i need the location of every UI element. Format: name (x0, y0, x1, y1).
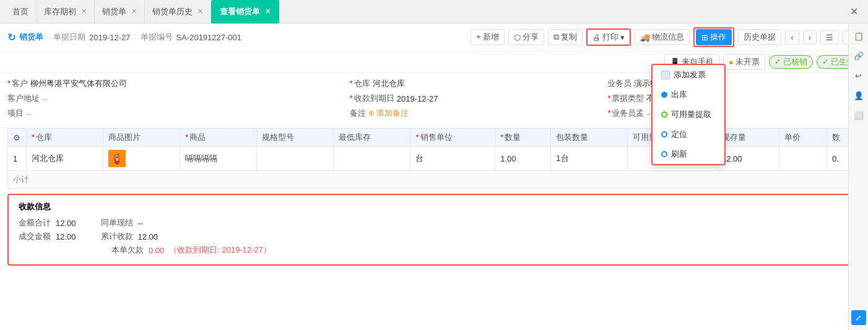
status-dot-icon: ● (729, 58, 734, 67)
note-label: 备注 (350, 108, 366, 119)
plus-icon: ⊕ (368, 108, 375, 118)
cumulative-label: 累计收款 (101, 231, 133, 242)
table-header-row: ⚙ 仓库 商品图片 商品 规格型号 最低库存 销售单位 数量 包装数量 可用量（… (8, 129, 861, 147)
share-label: 分享 (523, 32, 539, 43)
cell-stock: 12.00 (716, 147, 779, 171)
col-unit: 销售单位 (410, 129, 495, 147)
col-product-image: 商品图片 (103, 129, 180, 147)
doc-title: ↻ 销货单 (7, 32, 43, 43)
menu-refresh[interactable]: 刷新 (653, 144, 724, 164)
menu-qty-extract[interactable]: 可用量提取 (653, 105, 724, 124)
form-section: 客户 柳州粤港平安气体有限公司 仓库 河北仓库 业务员 演示账号 客户地址 --… (0, 73, 868, 128)
payment-info-panel: 收款信息 金额合计 12.00 同单现结 -- 成交金额 12.00 累计收款 … (7, 194, 861, 266)
settlement-value: -- (138, 219, 144, 228)
settlement-item: 同单现结 -- (101, 217, 144, 228)
salesman-field: 业务员孟 -- (607, 108, 861, 119)
nav-prev-button[interactable]: ‹ (785, 30, 799, 45)
menu-add-invoice[interactable]: 添加发票 (653, 65, 724, 85)
subtotal-row: 小计 (8, 171, 861, 189)
tab-home[interactable]: 首页 (5, 0, 37, 24)
customer-value[interactable]: 柳州粤港平安气体有限公司 (30, 78, 345, 89)
project-field: 项目 -- (7, 108, 345, 119)
qty-extract-label: 可用量提取 (671, 109, 711, 120)
subtotal-cell: 小计 (8, 171, 861, 189)
cell-price (779, 147, 827, 171)
tab-sales-history-close[interactable]: ✕ (197, 7, 203, 15)
due-note: （收款到期日: 2019-12-27） (169, 245, 271, 256)
form-row-1: 客户 柳州粤港平安气体有限公司 仓库 河北仓库 业务员 演示账号 (7, 78, 861, 89)
tab-view-sales-close[interactable]: ✕ (265, 7, 271, 15)
print-button[interactable]: 🖨 打印 ▾ (588, 30, 630, 45)
warehouse-value[interactable]: 河北仓库 (373, 78, 603, 89)
nav-next-button[interactable]: › (803, 30, 817, 45)
tab-inventory-init-close[interactable]: ✕ (81, 7, 87, 15)
operation-button[interactable]: ⊞ 操作 (696, 29, 732, 45)
share-button[interactable]: ⬡ 分享 (508, 29, 544, 45)
history-button[interactable]: 历史单据 (738, 29, 781, 45)
product-image: 🧯 (108, 150, 126, 167)
operation-icon: ⊞ (701, 33, 708, 42)
col-stock: 现存量 (716, 129, 779, 147)
settlement-label: 同单现结 (101, 217, 133, 228)
col-gear: ⚙ (8, 129, 27, 147)
sidebar-clipboard-icon[interactable]: 📋 (851, 28, 866, 43)
add-note-label: 添加备注 (376, 108, 409, 118)
cell-product-image: 🧯 (103, 147, 180, 171)
sidebar-expand-icon[interactable]: ⤢ (851, 310, 866, 325)
col-price: 单价 (779, 129, 827, 147)
right-sidebar: 📋 🔗 ↩ 👤 ⬜ ⤢ (848, 24, 868, 330)
cell-seq: 1 (8, 147, 27, 171)
employee-label: 业务员 (607, 78, 631, 89)
payment-info-title: 收款信息 (19, 201, 849, 212)
col-spec: 规格型号 (257, 129, 334, 147)
table-section: ⚙ 仓库 商品图片 商品 规格型号 最低库存 销售单位 数量 包装数量 可用量（… (0, 128, 868, 189)
tab-bar: 首页 库存期初 ✕ 销货单 ✕ 销货单历史 ✕ 查看销货单 ✕ ✕ (0, 0, 868, 24)
window-close-icon[interactable]: ✕ (845, 6, 863, 17)
tab-inventory-init-label: 库存期初 (44, 6, 76, 17)
tab-sales-order[interactable]: 销货单 ✕ (95, 0, 145, 24)
transaction-label: 成交金额 (19, 231, 51, 242)
cell-unit: 台 (410, 147, 495, 171)
tab-sales-history[interactable]: 销货单历史 ✕ (145, 0, 211, 24)
doc-header: ↻ 销货单 单据日期 2019-12-27 单据编号 SA-20191227-0… (0, 24, 868, 51)
copy-icon: ⧉ (553, 32, 559, 42)
tab-inventory-init[interactable]: 库存期初 ✕ (37, 0, 95, 24)
sidebar-link-icon[interactable]: 🔗 (851, 48, 866, 63)
employee-field: 业务员 演示账号 (607, 78, 861, 89)
main-content: ↻ 销货单 单据日期 2019-12-27 单据编号 SA-20191227-0… (0, 24, 868, 330)
print-chevron: ▾ (620, 33, 625, 42)
copy-button[interactable]: ⧉ 复制 (548, 29, 583, 45)
doc-date-meta: 单据日期 2019-12-27 (53, 32, 131, 43)
sidebar-return-icon[interactable]: ↩ (851, 68, 866, 83)
due-label: 本单欠款 (111, 245, 144, 256)
print-highlight-box: 🖨 打印 ▾ (586, 28, 631, 46)
cell-warehouse: 河北仓库 (27, 147, 103, 171)
copy-label: 复制 (561, 32, 577, 43)
tab-view-sales[interactable]: 查看销货单 ✕ (211, 0, 279, 24)
tab-sales-order-label: 销货单 (102, 6, 126, 17)
not-invoiced-button[interactable]: ● 未开票 (723, 54, 765, 70)
sidebar-user-icon[interactable]: 👤 (851, 88, 866, 103)
col-min-stock: 最低库存 (334, 129, 410, 147)
menu-locate[interactable]: 定位 (653, 124, 724, 144)
tab-view-sales-label: 查看销货单 (220, 6, 260, 17)
data-table: ⚙ 仓库 商品图片 商品 规格型号 最低库存 销售单位 数量 包装数量 可用量（… (7, 128, 861, 189)
view-list-button[interactable]: ☰ (820, 30, 839, 45)
transaction-item: 成交金额 12.00 (19, 231, 76, 242)
check-icon: ✓ (775, 57, 781, 66)
status-label: 未开票 (736, 56, 760, 67)
logistics-button[interactable]: 🚚 物流信息 (635, 29, 690, 45)
locate-label: 定位 (671, 129, 687, 140)
ticket-type-field: 票据类型 不开票 (607, 93, 861, 104)
add-note-link[interactable]: ⊕ 添加备注 (368, 108, 409, 119)
add-invoice-label: 添加发票 (674, 69, 706, 80)
history-label: 历史单据 (744, 32, 776, 43)
ticket-type-label: 票据类型 (607, 93, 644, 104)
confirmed-badge[interactable]: ✓ 已核销 (769, 55, 813, 69)
sidebar-box-icon[interactable]: ⬜ (851, 108, 866, 123)
new-button[interactable]: + 新增 (471, 29, 505, 45)
tab-sales-order-close[interactable]: ✕ (131, 7, 137, 15)
logistics-icon: 🚚 (640, 33, 650, 42)
menu-outbound[interactable]: 出库 (653, 85, 724, 105)
project-value: -- (26, 109, 345, 118)
